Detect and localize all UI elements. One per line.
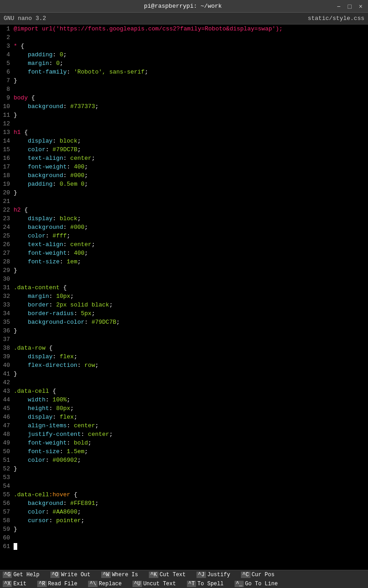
line-number: 41	[0, 370, 14, 378]
status-row: ^XExit^RRead File^\ Replace^UUncut Text^…	[0, 579, 368, 588]
code-line: 23 display: block;	[0, 214, 368, 223]
status-key: ^J	[196, 572, 206, 578]
token-c-semi: ;	[70, 405, 74, 412]
line-content: }	[14, 370, 17, 378]
token-c-property: text-align	[14, 241, 63, 248]
code-line: 35 background-color: #79DC7B;	[0, 318, 368, 326]
line-number: 21	[0, 197, 14, 206]
line-content: height: 80px;	[14, 404, 74, 413]
status-label: Read File	[48, 581, 78, 587]
line-number: 49	[0, 439, 14, 447]
token-c-colon: :	[45, 396, 53, 403]
token-c-colon: :	[84, 319, 92, 326]
token-c-property: display	[14, 138, 53, 144]
code-line: 25 color: #fff;	[0, 232, 368, 240]
line-content: .data-cell {	[14, 387, 56, 395]
code-line: 28 font-size: 1em;	[0, 257, 368, 266]
token-c-tag: h2	[14, 207, 24, 213]
status-item: ^\ Replace	[85, 579, 130, 588]
line-content: .data-row {	[14, 344, 53, 352]
token-c-value: block	[59, 215, 77, 222]
line-content: font-family: 'Roboto', sans-serif;	[14, 68, 148, 76]
token-c-semi: ;	[116, 319, 120, 326]
line-number: 24	[0, 223, 14, 232]
line-content: align-items: center;	[14, 421, 98, 430]
token-c-colon: :	[74, 310, 81, 317]
code-line: 26 text-align: center;	[0, 240, 368, 249]
title-bar-controls[interactable]: − □ ×	[335, 3, 364, 10]
token-c-semi: ;	[77, 258, 81, 265]
line-content: display: flex;	[14, 352, 77, 361]
token-c-colon: :	[49, 293, 56, 300]
token-c-semi: ;	[92, 310, 95, 317]
token-c-colon: :	[49, 405, 56, 412]
line-content: @import url('https://fonts.googleapis.co…	[14, 25, 283, 33]
line-content: body {	[14, 94, 35, 102]
code-line: 55.data-cell:hover {	[0, 490, 368, 499]
token-c-property: text-align	[14, 155, 63, 162]
token-c-colon: :	[53, 414, 60, 420]
token-c-value: bold	[74, 440, 88, 446]
token-c-semi: ;	[84, 163, 88, 170]
line-content: border-radius: 5px;	[14, 309, 95, 318]
token-c-property: background	[14, 500, 63, 507]
code-line: 53	[0, 473, 368, 482]
line-number: 29	[0, 266, 14, 275]
code-line: 30	[0, 275, 368, 283]
token-c-colon: :	[45, 146, 53, 153]
code-line: 48 justify-content: center;	[0, 430, 368, 439]
line-content: }	[14, 525, 17, 534]
token-c-property: color	[14, 146, 45, 153]
token-c-semi: ;	[95, 422, 98, 429]
token-c-property: margin	[14, 60, 49, 67]
maximize-button[interactable]: □	[346, 3, 353, 10]
token-c-semi: ;	[109, 301, 113, 308]
code-line: 20}	[0, 188, 368, 197]
line-number: 31	[0, 283, 14, 292]
close-button[interactable]: ×	[357, 3, 364, 10]
line-content: background-color: #79DC7B;	[14, 318, 120, 326]
token-c-value: #000	[70, 172, 84, 179]
token-c-tag: body	[14, 94, 31, 101]
token-c-brace: }	[14, 267, 17, 274]
token-c-colon: :	[45, 457, 53, 464]
line-number: 46	[0, 413, 14, 421]
line-content: h2 {	[14, 206, 28, 214]
status-key: ^G	[3, 572, 12, 578]
token-c-semi: ;	[74, 414, 78, 420]
status-label: Replace	[99, 581, 122, 587]
line-number: 30	[0, 275, 14, 283]
code-container[interactable]: 1@import url('https://fonts.googleapis.c…	[0, 25, 368, 570]
line-number: 47	[0, 421, 14, 430]
token-c-value: #79DC7B	[92, 319, 117, 326]
token-c-property: display	[14, 414, 53, 420]
token-c-brace: {	[63, 284, 67, 291]
line-number: 2	[0, 33, 14, 42]
minimize-button[interactable]: −	[335, 3, 342, 10]
code-line: 61	[0, 542, 368, 551]
token-c-property: align-items	[14, 422, 67, 429]
token-c-property: height	[14, 405, 49, 412]
status-key: ^_	[235, 581, 244, 587]
code-line: 37	[0, 335, 368, 344]
line-content: }	[14, 464, 17, 473]
line-number: 38	[0, 344, 14, 352]
token-c-colon: :	[45, 509, 53, 515]
status-label: Where Is	[112, 572, 138, 578]
code-line: 12	[0, 119, 368, 128]
token-c-semi: ;	[77, 215, 81, 222]
line-content: background: #FFE891;	[14, 499, 98, 508]
status-label: Justify	[207, 572, 230, 578]
token-c-colon: :	[49, 301, 56, 308]
token-c-brace: }	[14, 465, 17, 472]
token-c-colon: :	[49, 60, 56, 67]
line-number: 42	[0, 378, 14, 387]
code-line: 41}	[0, 370, 368, 378]
token-c-property: padding	[14, 181, 53, 188]
token-c-brace: {	[31, 94, 35, 101]
code-line: 6 font-family: 'Roboto', sans-serif;	[0, 68, 368, 76]
token-c-colon: :	[59, 448, 67, 455]
line-content: display: block;	[14, 137, 81, 145]
token-c-value: 1em	[67, 258, 77, 265]
code-line: 14 display: block;	[0, 137, 368, 145]
